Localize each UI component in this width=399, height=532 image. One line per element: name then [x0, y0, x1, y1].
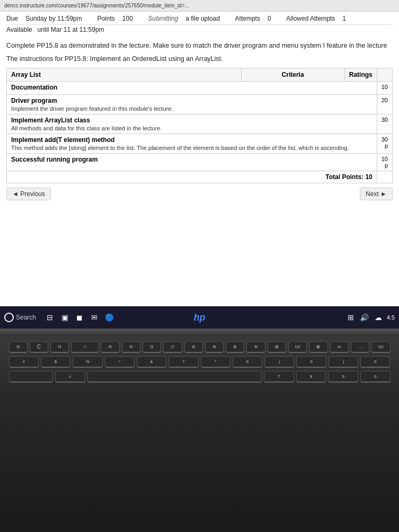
url-bar[interactable]: dencc.instructure.com/courses/19677/assi… — [0, 0, 399, 12]
key-0[interactable]: 0 — [360, 356, 390, 368]
hp-logo: hp — [194, 312, 206, 323]
key-f9[interactable]: f9 — [246, 341, 265, 353]
attempts-value: 0 — [268, 15, 271, 22]
key-c[interactable]: C — [30, 341, 48, 353]
bottom-row: c 7 8 9 0 — [9, 371, 391, 383]
key-rparen[interactable]: ) — [329, 356, 358, 368]
key-percent[interactable]: % — [73, 356, 102, 368]
taskbar-icon-2[interactable]: ▣ — [59, 312, 70, 323]
key-space-l[interactable] — [9, 371, 54, 383]
key-f12[interactable]: f12 — [371, 341, 390, 353]
pts-header — [377, 68, 392, 81]
total-value — [377, 171, 392, 183]
table-row: Implement add(T element) method This met… — [7, 134, 393, 153]
total-label: Total Points: 10 — [7, 171, 377, 183]
url-text: dencc.instructure.com/courses/19677/assi… — [4, 3, 189, 8]
criteria-title: Successful running program — [11, 156, 373, 163]
criteria-cell: Implement add(T element) method This met… — [7, 134, 377, 153]
browser-screen: dencc.instructure.com/courses/19677/assi… — [0, 0, 399, 329]
taskbar-clock: 4:5 — [387, 314, 395, 321]
assignment-description: Complete PP15.8 as demonstrated in the l… — [6, 37, 393, 53]
keyboard-area: f3 C f4 □ f5 f6 ⊡ f7 ⊜ f8 ⊕ f9 ⊞ f10 ⊠ m… — [9, 341, 391, 383]
taskbar-right-icon-2[interactable]: 🔊 — [359, 312, 370, 323]
criteria-desc: This method adds the [string] element to… — [11, 145, 373, 151]
key-9[interactable]: 9 — [296, 356, 326, 368]
criteria-title: Driver program — [11, 97, 373, 104]
key-m[interactable]: m — [330, 341, 349, 353]
key-dots[interactable]: … — [351, 341, 369, 353]
taskbar-icons: ⊟ ▣ ◼ ✉ 🔵 — [45, 312, 114, 323]
taskbar-right: ⊞ 🔊 ☁ 4:5 — [345, 312, 395, 323]
table-row: Documentation 10 — [7, 81, 393, 94]
criteria-cell: Successful running program — [7, 153, 377, 171]
taskbar-search-label: Search — [16, 314, 36, 321]
criteria-title: Implement add(T element) method — [11, 136, 373, 144]
criteria-title: Documentation — [11, 84, 373, 91]
number-row: # $ % ^ & 7 * 8 ( 9 ) 0 — [9, 356, 391, 368]
taskbar-right-icon-1[interactable]: ⊞ — [345, 312, 356, 323]
submitting-value: a file upload — [185, 15, 220, 22]
assignment-instructions: The instructions for PP15.8: Implement a… — [6, 53, 393, 68]
taskbar-icon-5[interactable]: 🔵 — [104, 312, 114, 323]
key-8[interactable]: 8 — [233, 356, 262, 368]
key-f6[interactable]: f6 — [122, 341, 140, 353]
next-button[interactable]: Next ► — [360, 188, 393, 200]
key-box[interactable]: □ — [71, 341, 99, 353]
criteria-header: Criteria — [241, 68, 344, 81]
due-label: Due — [6, 15, 18, 22]
total-row: Total Points: 10 — [7, 171, 393, 183]
allowed-value: 1 — [342, 15, 346, 22]
taskbar-search-area[interactable]: Search — [4, 313, 36, 322]
criteria-desc: All methods and data for this class are … — [11, 125, 373, 131]
key-asterisk[interactable]: * — [201, 356, 230, 368]
key-f5[interactable]: f5 — [101, 341, 119, 353]
key-f8b[interactable]: ⊕ — [226, 341, 244, 353]
fn-key-row: f3 C f4 □ f5 f6 ⊡ f7 ⊜ f8 ⊕ f9 ⊞ f10 ⊠ m… — [9, 341, 391, 353]
submitting-label: Submitting — [148, 15, 179, 22]
key-7b[interactable]: 7 — [264, 371, 294, 383]
key-f8[interactable]: f8 — [205, 341, 224, 353]
key-f7[interactable]: f7 — [163, 341, 182, 353]
taskbar-icon-1[interactable]: ⊟ — [45, 312, 55, 323]
key-caret[interactable]: ^ — [105, 356, 135, 368]
key-f10[interactable]: f10 — [288, 341, 307, 353]
table-row: Implement ArrayList class All methods an… — [7, 114, 393, 134]
key-lparen[interactable]: ( — [264, 356, 294, 368]
key-8b[interactable]: 8 — [296, 371, 326, 383]
key-bracket[interactable]: ⊡ — [143, 341, 161, 353]
key-9b[interactable]: 9 — [328, 371, 358, 383]
table-row: Driver program Implement the driver prog… — [7, 94, 393, 114]
pts-cell: 30 — [377, 114, 392, 134]
page-content: Due Sunday by 11:59pm Points 100 Submitt… — [0, 12, 399, 207]
laptop-hinge — [0, 329, 399, 336]
criteria-title: Implement ArrayList class — [11, 117, 373, 124]
key-ampersand[interactable]: & — [137, 356, 166, 368]
key-0b[interactable]: 0 — [360, 371, 391, 383]
available-value: until Mar 11 at 11:59pm — [38, 26, 104, 33]
prev-button[interactable]: ◄ Previous — [6, 188, 51, 200]
key-dollar[interactable]: $ — [41, 356, 70, 368]
key-f9b[interactable]: ⊞ — [268, 341, 286, 353]
taskbar-icon-4[interactable]: ✉ — [89, 312, 100, 323]
pts-cell: 20 — [377, 94, 392, 114]
points-label: Points — [97, 15, 114, 22]
key-7[interactable]: 7 — [169, 356, 198, 368]
laptop-body: f3 C f4 □ f5 f6 ⊡ f7 ⊜ f8 ⊕ f9 ⊞ f10 ⊠ m… — [0, 329, 399, 532]
key-f7b[interactable]: ⊜ — [184, 341, 203, 353]
nav-buttons: ◄ Previous Next ► — [6, 183, 393, 202]
key-f10b[interactable]: ⊠ — [309, 341, 327, 353]
key-space[interactable] — [87, 371, 262, 383]
taskbar-icon-3[interactable]: ◼ — [74, 312, 85, 323]
taskbar-right-icon-3[interactable]: ☁ — [373, 312, 384, 323]
allowed-label: Allowed Attempts — [286, 15, 335, 22]
table-row: Successful running program 10 p — [7, 153, 393, 171]
rubric-title: Array List — [7, 68, 242, 81]
criteria-cell: Driver program Implement the driver prog… — [7, 94, 377, 114]
key-f3[interactable]: f3 — [9, 341, 28, 353]
assignment-meta: Due Sunday by 11:59pm Points 100 Submitt… — [6, 12, 393, 25]
search-circle-icon — [4, 313, 14, 322]
key-f4[interactable]: f4 — [50, 341, 69, 353]
rubric-table: Array List Criteria Ratings Documentatio… — [6, 68, 393, 183]
key-hash[interactable]: # — [9, 356, 39, 368]
key-c2[interactable]: c — [55, 371, 85, 383]
